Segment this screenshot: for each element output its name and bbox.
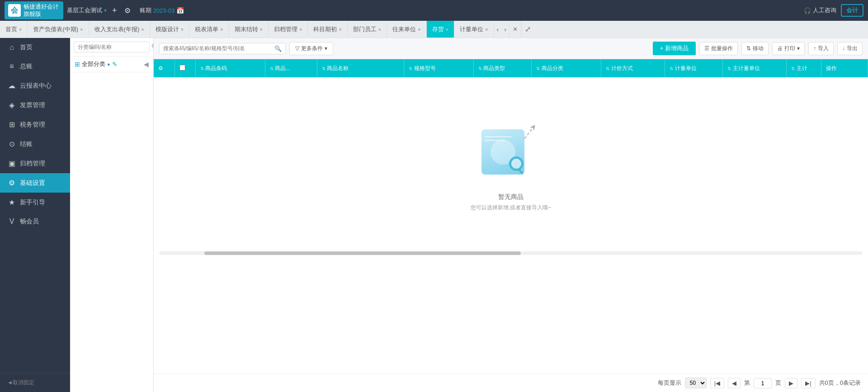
print-button[interactable]: 🖨 打印 ▾ [772, 42, 805, 55]
filter-arrow-icon: ▾ [325, 45, 327, 52]
tab-inventory[interactable]: 存货 × [427, 21, 454, 38]
col-barcode-header[interactable]: 商品条码 [195, 59, 265, 77]
scrollbar-thumb[interactable] [204, 251, 521, 255]
tab-period-carry-label: 期末结转 [235, 25, 258, 33]
tab-period-carry[interactable]: 期末结转 × [229, 21, 269, 38]
page-prev-button[interactable]: ◀ [728, 378, 741, 388]
tab-counterpart-close-icon[interactable]: × [418, 27, 420, 32]
product-search-input[interactable] [163, 45, 273, 52]
logo-area[interactable]: 会 畅捷通好会计 旗舰版 [5, 1, 63, 19]
print-icon: 🖨 [777, 45, 783, 52]
sidebar-item-guide[interactable]: ★ 新手引导 [0, 193, 70, 212]
col-price-header[interactable]: 计价方式 [601, 59, 665, 77]
tab-counterpart[interactable]: 往来单位 × [387, 21, 426, 38]
tab-dept-close-icon[interactable]: × [378, 27, 381, 32]
col-main-header[interactable]: 主计 [787, 59, 821, 77]
top-header: 会 畅捷通好会计 旗舰版 基层工会测试 ▾ + ⚙ 账期 2023-03 📅 🎧… [0, 0, 868, 21]
name-sort-icon [322, 66, 326, 71]
add-tab-button[interactable]: + [110, 6, 119, 15]
product-search-area: 🔍 [159, 43, 286, 54]
sidebar-item-settings[interactable]: ⚙ 基础设置 [0, 173, 70, 193]
move-button[interactable]: ⇅ 移动 [741, 42, 769, 55]
category-search-input[interactable] [74, 42, 150, 52]
export-button[interactable]: ↓ 导出 [837, 42, 863, 55]
tab-balance-close-icon[interactable]: × [80, 27, 83, 32]
tab-template[interactable]: 模版设计 × [150, 21, 189, 38]
tab-income[interactable]: 收入支出表(年报) × [89, 21, 150, 38]
col-main-unit-header[interactable]: 主计量单位 [723, 59, 787, 77]
sidebar-item-close[interactable]: ⊙ 结账 [0, 134, 70, 154]
more-filter-button[interactable]: ▽ 更多条件 ▾ [289, 42, 333, 55]
tab-unit-label: 计量单位 [460, 25, 483, 33]
page-size-select[interactable]: 50 [685, 378, 707, 388]
logo-text: 畅捷通好会计 旗舰版 [24, 3, 59, 17]
all-categories-label[interactable]: 全部分类 [82, 60, 105, 68]
page-next-button[interactable]: ▶ [785, 378, 797, 388]
import-icon: ↑ [813, 45, 816, 52]
category-edit-icon[interactable]: ✎ [112, 61, 118, 68]
page-first-button[interactable]: |◀ [710, 378, 724, 388]
tab-unit-close-icon[interactable]: × [485, 27, 488, 32]
tab-subject-init-close-icon[interactable]: × [339, 27, 341, 32]
category-collapse-icon[interactable]: ◀ [144, 61, 149, 68]
tab-next-button[interactable]: › [501, 21, 509, 38]
tab-home[interactable]: 首页 × [0, 21, 28, 38]
col-name-header[interactable]: 商品名称 [317, 59, 404, 77]
batch-op-button[interactable]: ☰ 批量操作 [699, 42, 738, 55]
sidebar-item-tax[interactable]: ⊞ 税务管理 [0, 115, 70, 134]
period-label: 账期 [140, 6, 151, 14]
sidebar-item-cloud[interactable]: ☁ 云报表中心 [0, 76, 70, 95]
sidebar-item-archive-label: 归档管理 [20, 160, 45, 168]
export-icon: ↓ [842, 45, 845, 52]
tab-inventory-close-icon[interactable]: × [446, 27, 448, 32]
tab-subject-init[interactable]: 科目期初 × [308, 21, 347, 38]
tab-dept[interactable]: 部门员工 × [348, 21, 387, 38]
sidebar-item-home[interactable]: ⌂ 首页 [0, 38, 70, 57]
col-unit-header[interactable]: 计量单位 [665, 59, 723, 77]
sidebar-item-ledger[interactable]: ≡ 总账 [0, 57, 70, 76]
tab-unit[interactable]: 计量单位 × [454, 21, 494, 38]
right-content: 🔍 ▽ 更多条件 ▾ + 新增商品 ☰ 批量操作 ⇅ 移动 [154, 38, 868, 392]
tab-balance[interactable]: 资产负债表(中期) × [28, 21, 89, 38]
col-settings-icon[interactable]: ⚙ [158, 65, 163, 71]
tab-archive-close-icon[interactable]: × [299, 27, 302, 32]
col-code-header[interactable]: 商品... [265, 59, 317, 77]
tab-archive[interactable]: 归档管理 × [269, 21, 308, 38]
product-search-icon[interactable]: 🔍 [274, 45, 282, 52]
company-name: 基层工会测试 [67, 6, 102, 14]
tab-tax-list[interactable]: 税表清单 × [189, 21, 229, 38]
empty-title: 暂无商品 [498, 193, 524, 201]
tab-subject-init-label: 科目期初 [313, 25, 337, 33]
company-selector[interactable]: 基层工会测试 ▾ [67, 6, 107, 14]
page-number-input[interactable] [754, 378, 772, 388]
calendar-icon[interactable]: 📅 [176, 7, 184, 14]
header-right: 🎧 人工咨询 会计 [804, 4, 863, 17]
main-layout: ⌂ 首页 ≡ 总账 ☁ 云报表中心 ◈ 发票管理 ⊞ 税务管理 ⊙ 结账 ▣ 归… [0, 38, 868, 392]
sidebar-item-invoice[interactable]: ◈ 发票管理 [0, 95, 70, 115]
account-button[interactable]: 会计 [841, 4, 863, 17]
main-sort-icon [791, 66, 795, 71]
select-all-checkbox[interactable] [179, 65, 185, 71]
tab-home-close-icon[interactable]: × [19, 27, 22, 32]
tab-template-close-icon[interactable]: × [181, 27, 184, 32]
sidebar-item-member[interactable]: V 畅会员 [0, 212, 70, 231]
tab-close-all-button[interactable]: × [509, 21, 521, 38]
scrollbar-track[interactable] [159, 251, 863, 255]
tab-income-close-icon[interactable]: × [141, 27, 144, 32]
sidebar-unpin-button[interactable]: ◄取消固定 [0, 373, 70, 392]
col-spec-header[interactable]: 规格型号 [404, 59, 474, 77]
sidebar-item-tax-label: 税务管理 [20, 121, 45, 129]
settings-icon[interactable]: ⚙ [123, 6, 132, 15]
service-button[interactable]: 🎧 人工咨询 [804, 6, 836, 14]
tab-tax-list-close-icon[interactable]: × [220, 27, 223, 32]
add-product-button[interactable]: + 新增商品 [653, 42, 696, 55]
page-last-button[interactable]: ▶| [801, 378, 815, 388]
category-header: ⊞ 全部分类 ● ✎ ◀ [70, 57, 153, 72]
tab-expand-button[interactable]: ⤢ [521, 21, 534, 38]
import-button[interactable]: ↑ 导入 [808, 42, 834, 55]
tab-period-carry-close-icon[interactable]: × [260, 27, 263, 32]
col-category-header[interactable]: 商品分类 [532, 59, 601, 77]
sidebar-item-archive[interactable]: ▣ 归档管理 [0, 154, 70, 173]
col-type-header[interactable]: 商品类型 [474, 59, 532, 77]
tab-prev-button[interactable]: ‹ [494, 21, 502, 38]
